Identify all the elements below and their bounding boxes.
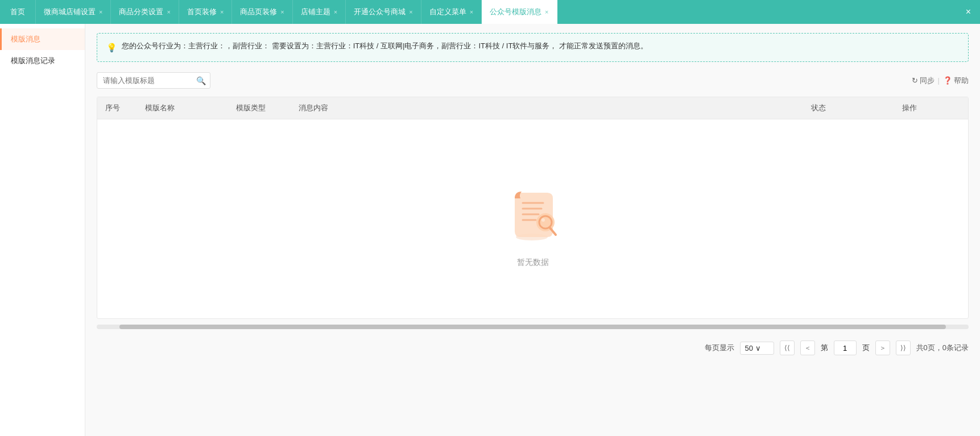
nav-tab-homepage-label: 首页装修 (187, 7, 217, 17)
help-icon: ❓ (943, 76, 952, 85)
sidebar-item-template-msg-label: 模版消息 (11, 35, 40, 43)
divider: | (938, 76, 940, 85)
nav-tab-weshop-close[interactable]: × (99, 9, 102, 15)
page-label: 第 (821, 343, 828, 353)
col-status: 状态 (803, 97, 894, 119)
nav-tab-category-label: 商品分类设置 (119, 7, 163, 17)
nav-tab-product-close[interactable]: × (280, 9, 284, 15)
last-page-button[interactable]: ⟩⟩ (896, 341, 911, 355)
empty-state: 暂无数据 (499, 181, 567, 268)
notice-box: 💡 您的公众号行业为：主营行业：，副营行业： 需要设置为：主营行业：IT科技 /… (97, 33, 969, 62)
nav-tab-open-label: 开通公众号商城 (354, 7, 406, 17)
notice-text-prefix: 您的公众号行业为：主营行业：，副营行业： (122, 41, 270, 50)
sync-help-area: ↻ 同步 | ❓ 帮助 (912, 76, 969, 86)
nav-tab-home-label: 首页 (10, 7, 25, 17)
empty-illustration (499, 181, 567, 250)
nav-tab-theme-label: 店铺主题 (301, 7, 330, 17)
col-index: 序号 (97, 97, 137, 119)
nav-tab-template[interactable]: 公众号模版消息 × (482, 0, 557, 24)
first-page-button[interactable]: ⟨⟨ (780, 341, 795, 355)
sidebar-item-template-msg[interactable]: 模版消息 (0, 28, 85, 50)
nav-tab-homepage[interactable]: 首页装修 × (179, 0, 232, 24)
search-bar: 🔍 ↻ 同步 | ❓ 帮助 (97, 72, 969, 89)
page-number-input[interactable] (834, 341, 857, 355)
content-area: 💡 您的公众号行业为：主营行业：，副营行业： 需要设置为：主营行业：IT科技 /… (85, 24, 980, 436)
nav-tab-template-close[interactable]: × (545, 9, 548, 15)
sync-button[interactable]: ↻ 同步 (912, 76, 934, 86)
nav-tab-product-label: 商品页装修 (240, 7, 277, 17)
col-type: 模版类型 (228, 97, 291, 119)
total-info: 共0页，0条记录 (916, 343, 969, 353)
table-body: 暂无数据 (97, 119, 968, 318)
nav-tab-menu-label: 自定义菜单 (429, 7, 466, 17)
search-input-wrap: 🔍 (97, 72, 210, 89)
nav-tab-open[interactable]: 开通公众号商城 × (346, 0, 421, 24)
notice-text-highlight: 需要设置为：主营行业：IT科技 / 互联网|电子商务，副营行业：IT科技 / I… (272, 41, 557, 50)
notice-text-suffix: 才能正常发送预置的消息。 (559, 41, 648, 50)
nav-tab-category[interactable]: 商品分类设置 × (111, 0, 179, 24)
sync-icon: ↻ (912, 76, 918, 85)
search-input[interactable] (97, 72, 210, 89)
next-page-button[interactable]: ＞ (875, 341, 890, 355)
search-button[interactable]: 🔍 (196, 76, 206, 85)
nav-tab-open-close[interactable]: × (409, 9, 412, 15)
col-action: 操作 (894, 97, 968, 119)
close-all-icon: × (966, 7, 971, 17)
nav-tab-menu[interactable]: 自定义菜单 × (421, 0, 482, 24)
table-header: 序号 模版名称 模版类型 消息内容 状态 操作 (97, 97, 968, 119)
help-button[interactable]: ❓ 帮助 (943, 76, 969, 86)
nav-tab-weshop[interactable]: 微商城店铺设置 × (36, 0, 111, 24)
notice-icon: 💡 (106, 41, 117, 55)
pagination: 每页显示 50 ∨ ⟨⟨ ＜ 第 页 ＞ ⟩⟩ 共0页，0条记录 (97, 335, 969, 361)
nav-tab-theme[interactable]: 店铺主题 × (293, 0, 346, 24)
scrollbar-thumb[interactable] (119, 325, 946, 329)
empty-text: 暂无数据 (517, 258, 549, 268)
col-name: 模版名称 (137, 97, 228, 119)
top-nav: 首页 微商城店铺设置 × 商品分类设置 × 首页装修 × 商品页装修 × 店铺主… (0, 0, 980, 24)
nav-tab-category-close[interactable]: × (167, 9, 170, 15)
nav-tab-homepage-close[interactable]: × (220, 9, 224, 15)
nav-tab-home[interactable]: 首页 (0, 0, 36, 24)
page-size-select[interactable]: 50 ∨ (740, 342, 774, 355)
main-layout: 模版消息 模版消息记录 💡 您的公众号行业为：主营行业：，副营行业： 需要设置为… (0, 24, 980, 436)
col-content: 消息内容 (291, 97, 803, 119)
nav-tab-menu-close[interactable]: × (470, 9, 473, 15)
page-size-label: 每页显示 (705, 343, 734, 353)
help-label: 帮助 (954, 76, 969, 86)
chevron-down-icon: ∨ (755, 344, 761, 352)
page-size-value: 50 (745, 344, 753, 352)
sidebar-item-template-record-label: 模版消息记录 (11, 56, 55, 65)
nav-tab-product[interactable]: 商品页装修 × (232, 0, 292, 24)
nav-tab-template-label: 公众号模版消息 (490, 7, 541, 17)
sidebar: 模版消息 模版消息记录 (0, 24, 85, 436)
horizontal-scrollbar[interactable] (97, 325, 969, 329)
close-all-button[interactable]: × (957, 0, 980, 24)
svg-point-8 (541, 218, 545, 222)
nav-tab-weshop-label: 微商城店铺设置 (44, 7, 96, 17)
search-left: 🔍 (97, 72, 210, 89)
data-table: 序号 模版名称 模版类型 消息内容 状态 操作 (97, 97, 969, 319)
nav-tab-theme-close[interactable]: × (334, 9, 337, 15)
page-unit-label: 页 (862, 343, 870, 353)
notice-text: 您的公众号行业为：主营行业：，副营行业： 需要设置为：主营行业：IT科技 / 互… (122, 40, 648, 52)
sidebar-item-template-record[interactable]: 模版消息记录 (0, 50, 85, 72)
prev-page-button[interactable]: ＜ (800, 341, 815, 355)
sync-label: 同步 (920, 76, 934, 86)
